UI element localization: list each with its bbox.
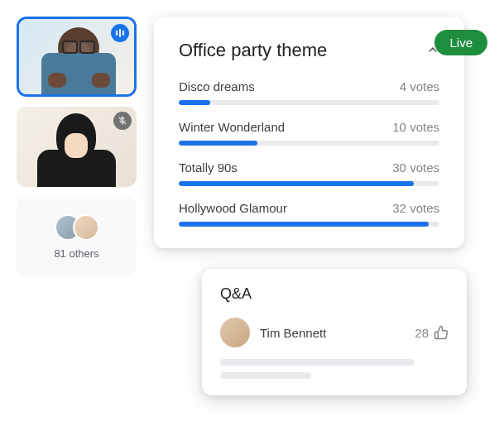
skeleton-line xyxy=(220,359,415,366)
participant-tile-1[interactable] xyxy=(17,17,137,97)
participant-tile-2[interactable] xyxy=(17,107,137,187)
poll-option[interactable]: Totally 90s 30 votes xyxy=(179,160,439,186)
progress-track xyxy=(179,100,439,105)
qa-content-placeholder xyxy=(220,359,449,379)
poll-option-votes: 4 votes xyxy=(400,79,439,93)
speaking-icon xyxy=(111,24,129,42)
qa-author-name: Tim Bennett xyxy=(260,326,405,340)
avatar xyxy=(73,214,99,241)
others-count: 81 others xyxy=(54,247,98,260)
poll-option-votes: 10 votes xyxy=(392,120,439,134)
avatar-stack xyxy=(55,214,99,241)
poll-option-label: Winter Wonderland xyxy=(179,120,285,134)
progress-track xyxy=(179,222,439,227)
poll-option[interactable]: Winter Wonderland 10 votes xyxy=(179,120,439,146)
upvote-count: 28 xyxy=(415,326,429,340)
progress-fill xyxy=(179,222,429,227)
progress-fill xyxy=(179,100,210,105)
skeleton-line xyxy=(220,372,311,379)
qa-title: Q&A xyxy=(220,285,449,303)
poll-card: Office party theme Disco dreams 4 votes … xyxy=(154,17,464,248)
poll-title: Office party theme xyxy=(179,40,327,61)
progress-track xyxy=(179,141,439,146)
progress-fill xyxy=(179,141,257,146)
poll-option-label: Totally 90s xyxy=(179,160,238,175)
poll-option-votes: 32 votes xyxy=(392,201,439,215)
others-tile[interactable]: 81 others xyxy=(17,197,137,277)
participant-column: 81 others xyxy=(17,17,137,277)
live-badge: Live xyxy=(434,30,487,55)
muted-icon xyxy=(113,112,132,130)
qa-item[interactable]: Tim Bennett 28 xyxy=(220,318,449,347)
poll-option-label: Hollywood Glamour xyxy=(179,201,287,215)
poll-option-label: Disco dreams xyxy=(179,79,255,93)
progress-fill xyxy=(179,181,414,186)
upvote-button[interactable]: 28 xyxy=(415,325,449,340)
poll-option-votes: 30 votes xyxy=(392,160,439,175)
poll-option[interactable]: Disco dreams 4 votes xyxy=(179,79,439,105)
poll-option[interactable]: Hollywood Glamour 32 votes xyxy=(179,201,439,227)
thumbs-up-icon xyxy=(434,325,449,340)
progress-track xyxy=(179,181,439,186)
qa-card: Q&A Tim Bennett 28 xyxy=(202,269,467,395)
avatar xyxy=(220,318,250,347)
